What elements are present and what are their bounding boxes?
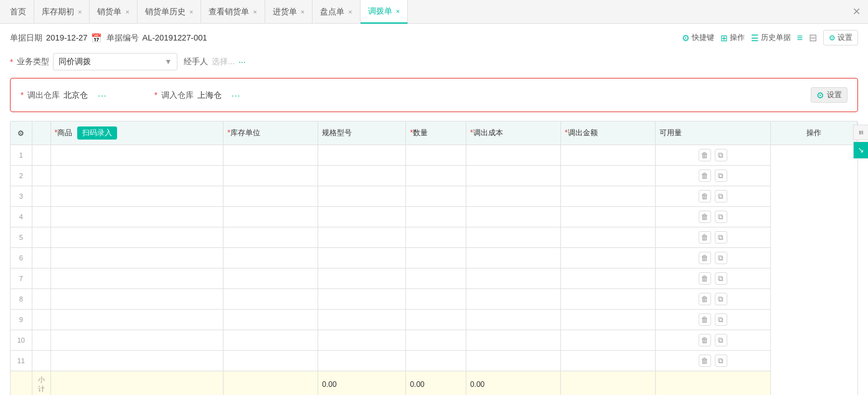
table-row: 9🗑⧉	[11, 310, 857, 330]
history-icon: ☰	[751, 33, 759, 43]
cell-empty	[318, 227, 406, 248]
quick-keys-button[interactable]: ⚙ 快捷键	[682, 32, 714, 43]
operations-button[interactable]: ⊞ 操作	[720, 32, 745, 43]
cell-empty	[406, 248, 466, 269]
cell-empty	[560, 289, 655, 310]
doc-date-value[interactable]: 2019-12-27	[46, 33, 88, 42]
tab-transfer[interactable]: 调拨单 ×	[361, 0, 408, 24]
transfer-out-value[interactable]: 北京仓	[64, 90, 88, 101]
delete-icon[interactable]: 🗑	[699, 355, 711, 367]
business-type-dropdown[interactable]: 同价调拨 ▼	[53, 53, 177, 70]
cell-empty	[32, 166, 50, 186]
right-export-button[interactable]: ↗	[853, 141, 868, 159]
delete-icon[interactable]: 🗑	[699, 252, 711, 264]
cell-empty	[224, 330, 318, 351]
transfer-in-ellipsis[interactable]: ···	[232, 90, 241, 100]
header-actions: ⚙ 快捷键 ⊞ 操作 ☰ 历史单据 ≡ ⊟ ⚙ 设置	[682, 30, 858, 45]
tab-opening-close[interactable]: ×	[78, 8, 82, 16]
delete-icon[interactable]: 🗑	[699, 313, 711, 326]
table-row: 6🗑⧉	[11, 248, 857, 269]
cell-ops: 🗑⧉	[655, 166, 770, 186]
tab-sales-close[interactable]: ×	[125, 8, 129, 16]
copy-icon[interactable]: ⧉	[715, 252, 727, 264]
th-gear[interactable]: ⚙	[11, 121, 32, 145]
cell-empty	[466, 145, 560, 166]
delete-icon[interactable]: 🗑	[699, 190, 711, 202]
cell-ops: 🗑⧉	[655, 310, 770, 330]
history-doc-button[interactable]: ☰ 历史单据	[751, 32, 791, 43]
tab-transfer-close[interactable]: ×	[396, 7, 400, 15]
right-float-panel: ≡ ↗	[853, 125, 868, 159]
row-num: 7	[11, 269, 32, 289]
th-available: 可用量	[655, 121, 770, 145]
cell-empty	[560, 269, 655, 289]
cell-empty	[32, 227, 50, 248]
business-type-field: * 业务类型 同价调拨 ▼	[10, 53, 177, 70]
delete-icon[interactable]: 🗑	[699, 149, 711, 161]
copy-icon[interactable]: ⧉	[715, 231, 727, 244]
cell-empty	[318, 207, 406, 227]
copy-icon[interactable]: ⧉	[715, 211, 727, 223]
delete-icon[interactable]: 🗑	[699, 231, 711, 244]
copy-icon[interactable]: ⧉	[715, 334, 727, 346]
tab-sales[interactable]: 销货单 ×	[90, 0, 137, 24]
doc-date-field: 单据日期 2019-12-27 📅	[10, 32, 101, 44]
section-setting-button[interactable]: ⚙ 设置	[811, 87, 847, 103]
cell-empty	[224, 269, 318, 289]
table-row: 5🗑⧉	[11, 227, 857, 248]
row-num: 8	[11, 289, 32, 310]
cell-empty	[224, 227, 318, 248]
cell-empty	[50, 145, 224, 166]
cell-empty	[50, 166, 224, 186]
tab-purchase-close[interactable]: ×	[301, 8, 304, 16]
cell-empty	[32, 186, 50, 207]
window-close-button[interactable]: ✕	[845, 6, 868, 17]
subtotal-empty	[560, 371, 655, 396]
main-content: 单据日期 2019-12-27 📅 单据编号 AL-20191227-001 ⚙…	[0, 24, 868, 395]
delete-icon[interactable]: 🗑	[699, 169, 711, 182]
transfer-in-required: *	[154, 90, 158, 100]
tab-inventory[interactable]: 盘点单 ×	[313, 0, 360, 24]
table-row: 3🗑⧉	[11, 186, 857, 207]
person-ellipsis-button[interactable]: ···	[238, 57, 246, 67]
copy-icon[interactable]: ⧉	[715, 149, 727, 161]
copy-icon[interactable]: ⧉	[715, 272, 727, 285]
tab-sales-history-close[interactable]: ×	[189, 8, 193, 16]
tab-home[interactable]: 首页	[2, 0, 34, 24]
delete-icon[interactable]: 🗑	[699, 293, 711, 305]
subtotal-cost: 0.00	[406, 371, 466, 396]
copy-icon[interactable]: ⧉	[715, 313, 727, 326]
row-num: 5	[11, 227, 32, 248]
cell-empty	[224, 186, 318, 207]
th-row-num	[32, 121, 50, 145]
transfer-form-section: * 调出仓库 北京仓 ··· * 调入仓库 上海仓 ··· ⚙ 设置	[10, 78, 858, 112]
copy-icon[interactable]: ⧉	[715, 190, 727, 202]
setting-button[interactable]: ⚙ 设置	[823, 30, 858, 45]
tab-purchase[interactable]: 进货单 ×	[265, 0, 313, 24]
view-mode-grid-icon[interactable]: ⊟	[809, 32, 817, 44]
transfer-in-value[interactable]: 上海仓	[197, 90, 222, 101]
tab-view-sales-close[interactable]: ×	[253, 8, 257, 16]
tab-view-sales[interactable]: 查看销货单 ×	[201, 0, 265, 24]
cell-empty	[466, 351, 560, 371]
delete-icon[interactable]: 🗑	[699, 211, 711, 223]
cell-empty	[406, 227, 466, 248]
cell-empty	[32, 248, 50, 269]
delete-icon[interactable]: 🗑	[699, 334, 711, 346]
right-list-button[interactable]: ≡	[853, 125, 868, 140]
cell-empty	[32, 351, 50, 371]
copy-icon[interactable]: ⧉	[715, 293, 727, 305]
delete-icon[interactable]: 🗑	[699, 272, 711, 285]
cell-empty	[32, 330, 50, 351]
view-mode-lines-icon[interactable]: ≡	[797, 32, 803, 44]
scan-input-button[interactable]: 扫码录入	[77, 126, 117, 140]
copy-icon[interactable]: ⧉	[715, 169, 727, 182]
transfer-out-ellipsis[interactable]: ···	[98, 90, 107, 100]
tab-inventory-close[interactable]: ×	[348, 8, 352, 16]
tab-opening[interactable]: 库存期初 ×	[34, 0, 90, 24]
calendar-icon[interactable]: 📅	[92, 33, 101, 43]
copy-icon[interactable]: ⧉	[715, 355, 727, 367]
tab-sales-history[interactable]: 销货单历史 ×	[138, 0, 201, 24]
cell-ops: 🗑⧉	[655, 145, 770, 166]
person-input[interactable]: 选择...	[212, 56, 235, 67]
